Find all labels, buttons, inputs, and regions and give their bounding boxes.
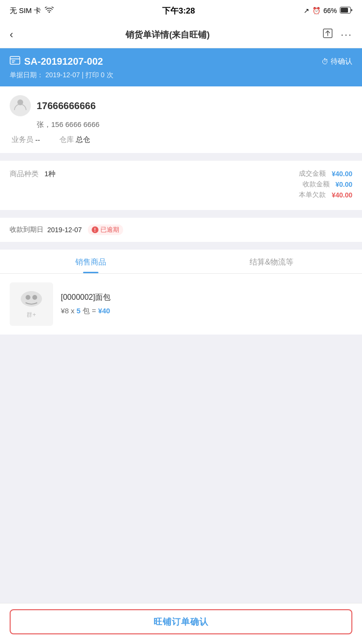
bottom-button-container: 旺铺订单确认 — [0, 603, 362, 644]
amount-label: 成交金额 — [299, 169, 326, 178]
nav-actions: ··· — [322, 28, 352, 41]
order-status: ⏱ 待确认 — [321, 57, 352, 66]
salesperson-label: 业务员 — [12, 135, 33, 144]
product-name: [0000002]面包 — [61, 293, 352, 303]
product-title: 面包 — [95, 293, 111, 301]
more-button[interactable]: ··· — [341, 28, 352, 41]
tab-products[interactable]: 销售商品 — [0, 250, 181, 273]
carrier-text: 无 SIM 卡 — [10, 6, 41, 15]
product-type-value: 1种 — [44, 169, 56, 179]
svg-point-7 — [26, 295, 30, 300]
empty-area — [0, 335, 362, 421]
received-label: 收款金额 — [303, 180, 330, 189]
avatar-icon — [14, 98, 27, 114]
product-total: ¥40 — [98, 307, 110, 315]
print-text: 打印 0 次 — [85, 71, 113, 79]
owed-label: 本单欠款 — [299, 191, 326, 199]
multiply-icon: x — [71, 307, 77, 315]
order-icon — [10, 56, 20, 67]
table-row: 群+ [0000002]面包 ¥8 x 5 包 = ¥40 — [0, 274, 362, 335]
tab-settlement[interactable]: 结算&物流等 — [181, 250, 362, 273]
status-text: 待确认 — [331, 57, 352, 66]
wifi-icon — [45, 7, 54, 15]
customer-phone: 17666666666 — [37, 100, 96, 112]
clock-icon: ⏱ — [321, 57, 329, 66]
product-logo-icon — [19, 289, 43, 311]
product-list: 群+ [0000002]面包 ¥8 x 5 包 = ¥40 — [0, 274, 362, 335]
equals-sign: = — [92, 307, 98, 315]
overdue-dot-icon: ! — [92, 226, 98, 233]
salesperson-value: -- — [35, 136, 40, 144]
owed-value: ¥40.00 — [332, 191, 352, 199]
svg-rect-1 — [341, 8, 348, 13]
order-date: 2019-12-07 — [45, 71, 80, 79]
location-icon: ↗ — [304, 7, 309, 14]
customer-name: 张，156 6666 6666 — [10, 120, 352, 129]
divider-3 — [0, 242, 362, 246]
warehouse-label: 仓库 — [59, 135, 74, 144]
customer-info-row: 业务员 -- 仓库 总仓 — [10, 135, 352, 144]
due-date-card: 收款到期日 2019-12-07 ! 已逾期 — [0, 218, 362, 242]
status-time: 下午3:28 — [162, 5, 195, 16]
overdue-badge: ! 已逾期 — [88, 224, 123, 235]
page-title: 销货单详情(来自旺铺) — [125, 29, 209, 41]
tab-settlement-label: 结算&物流等 — [250, 258, 293, 266]
order-header-card: SA-20191207-002 ⏱ 待确认 单据日期： 2019-12-07 |… — [0, 48, 362, 86]
confirm-order-button[interactable]: 旺铺订单确认 — [10, 609, 352, 634]
divider-1 — [0, 157, 362, 161]
confirm-button-label: 旺铺订单确认 — [153, 616, 209, 628]
divider-2 — [0, 210, 362, 214]
share-button[interactable] — [322, 28, 333, 41]
tabs-container: 销售商品 结算&物流等 — [0, 250, 362, 274]
product-thumbnail: 群+ — [10, 282, 53, 326]
back-button[interactable]: ‹ — [10, 28, 13, 41]
product-unit: 包 — [83, 307, 90, 315]
customer-card: 17666666666 张，156 6666 6666 业务员 -- 仓库 总仓 — [0, 86, 362, 153]
product-price-row: ¥8 x 5 包 = ¥40 — [61, 307, 352, 316]
amount-value: ¥40.00 — [332, 170, 352, 178]
product-logo-text: 群+ — [19, 311, 43, 319]
status-bar: 无 SIM 卡 下午3:28 ↗ ⏰ 66% — [0, 0, 362, 21]
order-id: SA-20191207-002 — [24, 56, 103, 67]
svg-point-8 — [32, 295, 37, 300]
overdue-text: 已逾期 — [100, 225, 119, 234]
due-date-value: 2019-12-07 — [47, 226, 82, 234]
battery-icon — [340, 7, 352, 15]
summary-card: 商品种类 1种 成交金额 ¥40.00 收款金额 ¥0.00 本单欠款 ¥40.… — [0, 161, 362, 210]
svg-rect-4 — [10, 56, 20, 64]
alarm-icon: ⏰ — [312, 7, 320, 14]
received-value: ¥0.00 — [335, 181, 352, 188]
battery-text: 66% — [323, 7, 337, 14]
date-label: 单据日期： — [10, 71, 43, 79]
bottom-spacer — [0, 421, 362, 462]
product-quantity: 5 — [77, 307, 81, 315]
product-info: [0000002]面包 ¥8 x 5 包 = ¥40 — [61, 293, 352, 316]
status-left: 无 SIM 卡 — [10, 6, 54, 15]
product-type-label: 商品种类 — [10, 169, 39, 179]
amounts-section: 成交金额 ¥40.00 收款金额 ¥0.00 本单欠款 ¥40.00 — [299, 169, 352, 201]
product-unit-price: ¥8 — [61, 307, 69, 315]
order-date-row: 单据日期： 2019-12-07 | 打印 0 次 — [10, 71, 352, 80]
customer-avatar — [10, 95, 31, 116]
warehouse-value: 总仓 — [76, 135, 90, 144]
tab-products-label: 销售商品 — [75, 258, 106, 266]
product-code: [0000002] — [61, 293, 95, 301]
separator: | — [82, 71, 85, 79]
nav-bar: ‹ 销货单详情(来自旺铺) ··· — [0, 21, 362, 48]
due-date-label: 收款到期日 — [10, 225, 43, 234]
status-right: ↗ ⏰ 66% — [304, 7, 352, 15]
